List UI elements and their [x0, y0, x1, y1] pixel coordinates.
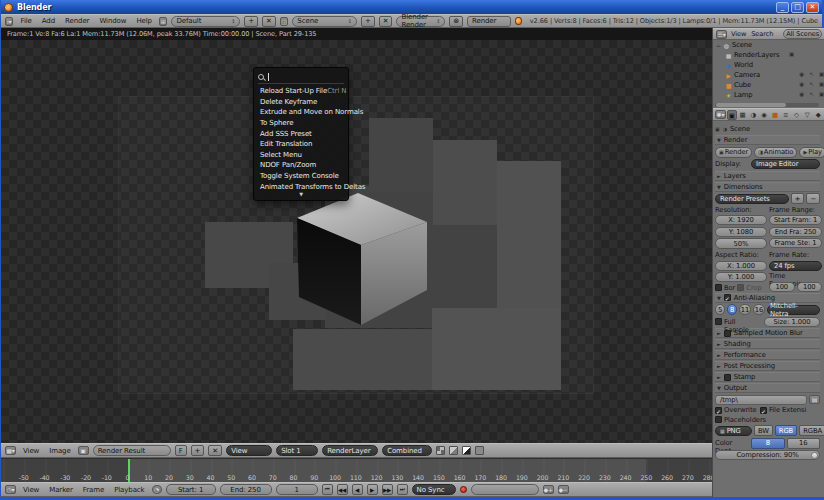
- aa-samples-11-button[interactable]: 11: [739, 304, 751, 315]
- channels-rgba-button[interactable]: RGBA: [799, 425, 824, 436]
- scroll-down-arrow-icon[interactable]: ▼: [254, 192, 348, 197]
- aspect-x-field[interactable]: X: 1.000: [715, 261, 767, 271]
- overwrite-checkbox[interactable]: ✓: [715, 407, 722, 414]
- start-frame-field[interactable]: Start Fram: 1: [769, 215, 822, 225]
- display-dropdown[interactable]: Image Editor↕: [751, 159, 820, 169]
- timeline-menu-playback[interactable]: Playback: [111, 486, 147, 494]
- menu-add[interactable]: Add: [39, 17, 58, 25]
- end-frame-field[interactable]: End Fra: 250: [769, 227, 822, 237]
- editor-type-icon[interactable]: ☰▾: [716, 30, 727, 39]
- menu-render[interactable]: Render: [62, 17, 92, 25]
- tab-object-icon[interactable]: ■: [770, 110, 780, 120]
- sync-dropdown[interactable]: No Sync↕: [412, 484, 456, 495]
- render-slot-dropdown[interactable]: Slot 1↕: [276, 445, 318, 456]
- file-extensions-checkbox[interactable]: ✓: [760, 407, 767, 414]
- render-layer-dropdown[interactable]: RenderLayer↕: [322, 445, 378, 456]
- resolution-x-field[interactable]: X: 1920: [715, 215, 767, 225]
- aa-filter-dropdown[interactable]: Mitchell-Netra↕: [767, 305, 820, 315]
- minimize-button[interactable]: _: [776, 2, 789, 13]
- channel-color-icon[interactable]: [449, 446, 458, 455]
- tab-render-icon[interactable]: ▣: [727, 110, 737, 120]
- play-reverse-button[interactable]: ◀: [352, 484, 363, 495]
- editor-type-icon[interactable]: ▦▾: [5, 446, 16, 455]
- outliner-menu-view[interactable]: View: [730, 30, 747, 38]
- outliner-row-cube[interactable]: ■ Cube ◉ ↖ ▣: [713, 80, 824, 90]
- jump-to-end-button[interactable]: ⏭: [397, 484, 408, 495]
- depth-8-button[interactable]: 8: [751, 438, 785, 449]
- panel-post-processing-header[interactable]: ►Post Processing: [715, 361, 820, 371]
- next-keyframe-button[interactable]: ▶▶: [382, 484, 393, 495]
- start-frame-field[interactable]: Start: 1: [166, 484, 216, 495]
- channel-alpha-icon[interactable]: [462, 446, 471, 455]
- motion-blur-checkbox[interactable]: [724, 330, 731, 337]
- depth-16-button[interactable]: 16: [787, 438, 821, 449]
- image-menu-image[interactable]: Image: [46, 447, 73, 455]
- folder-browse-icon[interactable]: ▤: [809, 395, 820, 404]
- outliner-row-world[interactable]: ◉ World: [713, 60, 824, 70]
- fps-dropdown[interactable]: 24 fps↕: [769, 261, 822, 271]
- panel-shading-header[interactable]: ►Shading: [715, 339, 820, 349]
- menu-item[interactable]: Edit Translation: [254, 139, 348, 150]
- prev-keyframe-button[interactable]: ◀◀: [337, 484, 348, 495]
- unlink-image-button[interactable]: ✕: [208, 445, 222, 456]
- outliner-hscrollbar[interactable]: [715, 103, 819, 107]
- menu-item[interactable]: Select Menu: [254, 150, 348, 161]
- delete-keyframe-icon[interactable]: ◆−: [558, 485, 569, 494]
- panel-dimensions-header[interactable]: ▼Dimensions: [715, 182, 820, 192]
- menu-item[interactable]: Extrude and Move on Normals: [254, 107, 348, 118]
- play-rendered-button[interactable]: ▶Play: [799, 147, 824, 158]
- menu-help[interactable]: Help: [133, 17, 155, 25]
- outliner-row-camera[interactable]: ▶ Camera ◉ ↖ ▣: [713, 70, 824, 80]
- remap-old-field[interactable]: 100: [769, 282, 795, 292]
- aa-samples-16-button[interactable]: 16: [753, 304, 765, 315]
- compression-slider[interactable]: Compression: 90%: [715, 450, 820, 460]
- render-engine-selector[interactable]: Blender Render↕: [396, 16, 445, 27]
- render-animation-button[interactable]: ◨Animatio: [754, 147, 797, 158]
- channel-z-icon[interactable]: [475, 446, 484, 455]
- menu-item[interactable]: NDOF Pan/Zoom: [254, 160, 348, 171]
- tab-modifiers-icon[interactable]: ◇: [792, 110, 802, 120]
- timeline-menu-view[interactable]: View: [20, 486, 42, 494]
- visibility-eye-icon[interactable]: ◉: [799, 91, 804, 97]
- channel-color-alpha-icon[interactable]: [436, 446, 445, 455]
- tab-scene-icon[interactable]: ◑: [748, 110, 758, 120]
- title-bar[interactable]: Blender _ □ ✕: [1, 0, 822, 14]
- outliner-row-lamp[interactable]: ☀ Lamp ◉ ↖ ▣: [713, 90, 824, 100]
- timeline-menu-frame[interactable]: Frame: [80, 486, 107, 494]
- auto-keyframe-record-icon[interactable]: [460, 486, 467, 493]
- outliner-menu-search[interactable]: Search: [750, 30, 774, 38]
- resolution-percentage-slider[interactable]: 50%: [715, 238, 767, 249]
- maximize-button[interactable]: □: [791, 2, 804, 13]
- panel-output-header[interactable]: ▼Output: [715, 383, 820, 393]
- menu-item[interactable]: Toggle System Console: [254, 171, 348, 182]
- renderability-icon[interactable]: ▣: [819, 71, 824, 77]
- menu-item[interactable]: Reload Start-Up FileCtrl N: [254, 86, 348, 97]
- render-job-cancel-icon[interactable]: ⊗: [449, 16, 463, 27]
- selectability-icon[interactable]: ↖: [809, 71, 814, 77]
- image-menu-view[interactable]: View: [20, 447, 42, 455]
- keying-set-selector[interactable]: [471, 484, 539, 495]
- channels-bw-button[interactable]: BW: [754, 425, 773, 436]
- close-button[interactable]: ✕: [806, 2, 819, 13]
- timeline-menu-marker[interactable]: Marker: [46, 486, 76, 494]
- outliner-row-scene[interactable]: − ◍ Scene: [713, 40, 824, 50]
- new-image-button[interactable]: +: [191, 445, 205, 456]
- tab-object-data-icon[interactable]: ▽: [802, 110, 812, 120]
- menu-file[interactable]: File: [17, 17, 34, 25]
- border-checkbox[interactable]: [715, 284, 722, 291]
- play-button[interactable]: ▶: [367, 484, 378, 495]
- channels-rgb-button[interactable]: RGB: [775, 425, 797, 436]
- stamp-checkbox[interactable]: [724, 374, 731, 381]
- expander-icon[interactable]: −: [716, 42, 721, 49]
- tab-material-icon[interactable]: ◆: [813, 110, 823, 120]
- menu-item[interactable]: Delete Keyframe: [254, 97, 348, 108]
- panel-layers-header[interactable]: ►Layers: [715, 171, 820, 181]
- file-format-dropdown[interactable]: ▦PNG ↕: [715, 426, 752, 436]
- image-datablock-selector[interactable]: Render Result: [93, 445, 171, 456]
- aa-samples-8-button[interactable]: 8: [727, 304, 737, 315]
- scene-browse-icon[interactable]: ◲: [280, 17, 288, 26]
- operator-search-input[interactable]: [258, 71, 344, 84]
- panel-stamp-header[interactable]: ► Stamp: [715, 372, 820, 382]
- fake-user-button[interactable]: F: [175, 445, 187, 456]
- panel-performance-header[interactable]: ►Performance: [715, 350, 820, 360]
